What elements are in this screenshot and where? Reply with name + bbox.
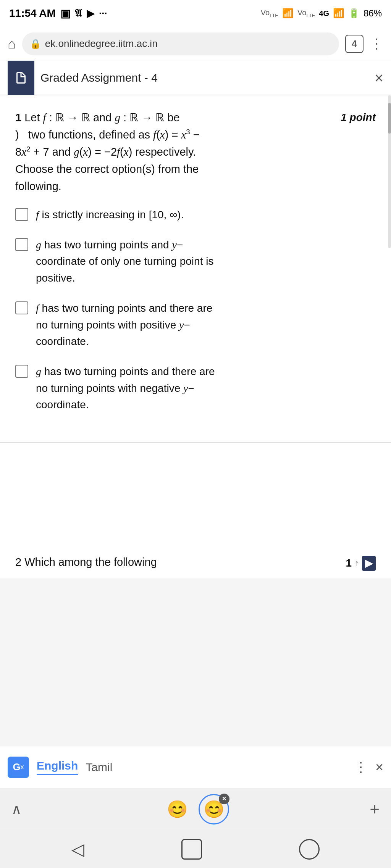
- content-spacer: [0, 443, 391, 542]
- emoji-close-badge[interactable]: ×: [219, 794, 229, 804]
- translate-more-button[interactable]: ⋮: [354, 759, 368, 775]
- option-3-checkbox[interactable]: [15, 301, 28, 314]
- question-2-points-value: 1: [346, 557, 352, 569]
- question-2-points: 1 ↑ ▶: [346, 556, 376, 571]
- assignment-icon: [8, 61, 34, 95]
- emoji-button-1[interactable]: 😊: [162, 794, 192, 825]
- time-display: 11:54 AM: [9, 7, 56, 19]
- option-2-item: g has two turning points and y− coordina…: [15, 237, 376, 286]
- battery-icon: 🔋: [348, 8, 360, 19]
- emoji-button-2-selected[interactable]: 😊 ×: [199, 794, 229, 825]
- keyboard-add-button[interactable]: +: [370, 800, 380, 819]
- question-2-points-arrow: ↑: [355, 558, 359, 568]
- document-icon: [14, 71, 28, 85]
- browser-home-button[interactable]: ⌂: [8, 36, 16, 52]
- keyboard-bar: ∧ 😊 😊 × +: [0, 788, 391, 830]
- translate-close-button[interactable]: ×: [375, 759, 383, 775]
- status-bar: 11:54 AM ▣ 𝔄 ▶ ··· VoLTE 📶 VoLTE 4G 📶 🔋 …: [0, 0, 391, 27]
- assignment-header: Graded Assignment - 4 ×: [0, 61, 391, 95]
- option-2-checkbox[interactable]: [15, 238, 28, 251]
- scrollbar[interactable]: [388, 95, 391, 248]
- tab-count[interactable]: 4: [345, 35, 364, 53]
- translate-tamil-button[interactable]: Tamil: [86, 761, 112, 774]
- option-2-text: g has two turning points and y− coordina…: [36, 237, 376, 286]
- option-1-item: f is strictly increasing in [10, ∞).: [15, 206, 376, 223]
- question-2-media-icon: ▶: [362, 556, 376, 571]
- nav-bar: ◁: [0, 830, 391, 868]
- translate-english-button[interactable]: English: [37, 759, 78, 775]
- notifications-icon: ▣: [60, 7, 70, 20]
- assignment-title: Graded Assignment - 4: [40, 71, 375, 84]
- battery-percent: 86%: [364, 8, 382, 19]
- question-1-points: 1 point: [341, 109, 376, 126]
- option-4-text: g has two turning points and there are n…: [36, 363, 376, 413]
- option-1-text: f is strictly increasing in [10, ∞).: [36, 206, 376, 223]
- option-3-item: f has two turning points and there are n…: [15, 300, 376, 349]
- signal-lte-icon: VoLTE: [261, 8, 278, 18]
- main-content: 1 1 point Let f : ℝ → ℝ and g : ℝ → ℝ be…: [0, 95, 391, 442]
- keyboard-emojis: 😊 😊 ×: [162, 794, 229, 825]
- question-2-preview: 2 Which among the following 1 ↑ ▶: [0, 542, 391, 578]
- nav-home-button[interactable]: [181, 839, 202, 860]
- status-right: VoLTE 📶 VoLTE 4G 📶 🔋 86%: [261, 8, 382, 19]
- browser-bar: ⌂ 🔒 ek.onlinedegree.iitm.ac.in 4 ⋮: [0, 27, 391, 61]
- signal-4g-icon: 4G: [319, 9, 329, 18]
- browser-more-button[interactable]: ⋮: [370, 36, 383, 52]
- google-translate-logo: G x: [8, 757, 29, 778]
- option-4-item: g has two turning points and there are n…: [15, 363, 376, 413]
- question-1-title: 1 1 point Let f : ℝ → ℝ and g : ℝ → ℝ be…: [15, 109, 376, 195]
- keyboard-collapse-button[interactable]: ∧: [11, 801, 21, 817]
- signal-bars-icon: 📶: [282, 8, 294, 19]
- nav-recents-button[interactable]: [299, 839, 320, 860]
- question-1-block: 1 1 point Let f : ℝ → ℝ and g : ℝ → ℝ be…: [15, 109, 376, 413]
- url-bar[interactable]: 🔒 ek.onlinedegree.iitm.ac.in: [22, 32, 339, 55]
- lock-icon: 🔒: [30, 39, 41, 49]
- question-1-number: 1: [15, 111, 24, 124]
- option-4-checkbox[interactable]: [15, 365, 28, 378]
- more-status-icon: ···: [99, 8, 107, 19]
- option-1-checkbox[interactable]: [15, 208, 28, 221]
- page-spacer: [0, 578, 391, 746]
- question-2-preview-text: 2 Which among the following: [15, 556, 157, 568]
- screenshot-icon: 𝔄: [75, 7, 82, 20]
- status-time: 11:54 AM ▣ 𝔄 ▶ ···: [9, 7, 107, 20]
- option-3-text: f has two turning points and there are n…: [36, 300, 376, 349]
- scrollbar-thumb[interactable]: [388, 103, 391, 134]
- nav-back-button[interactable]: ◁: [71, 839, 84, 859]
- assignment-close-button[interactable]: ×: [375, 69, 383, 87]
- question-1-options: f is strictly increasing in [10, ∞). g h…: [15, 206, 376, 413]
- signal-bars2-icon: 📶: [333, 8, 344, 19]
- url-text: ek.onlinedegree.iitm.ac.in: [45, 38, 158, 50]
- signal-lte2-icon: VoLTE: [297, 8, 315, 18]
- cast-icon: ▶: [87, 8, 94, 19]
- translate-bar: G x English Tamil ⋮ ×: [0, 746, 391, 788]
